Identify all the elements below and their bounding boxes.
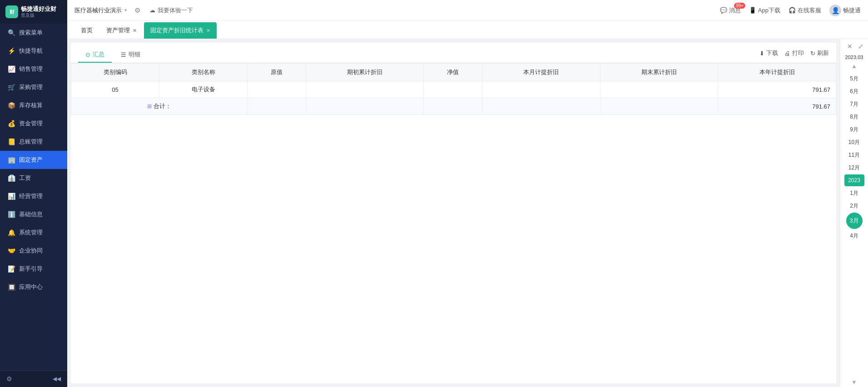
sidebar-item-label: 资金管理 xyxy=(19,119,43,128)
sidebar-item-ledger[interactable]: 📒 总账管理 xyxy=(0,133,67,151)
month-item-2023-4[interactable]: 4月 xyxy=(844,230,864,242)
payroll-icon: 👔 xyxy=(7,174,15,182)
avatar: 👤 xyxy=(829,5,841,16)
online-service-button[interactable]: 🎧 在线客服 xyxy=(789,6,821,15)
company-name: 医疗器械行业演示 xyxy=(74,6,122,15)
scroll-up-button[interactable]: ▲ xyxy=(840,61,868,71)
company-selector[interactable]: 医疗器械行业演示 ▾ xyxy=(74,6,127,15)
month-item-8[interactable]: 8月 xyxy=(844,111,864,123)
col-original-value: 原值 xyxy=(248,64,306,81)
app-download-button[interactable]: 📱 App下载 xyxy=(749,6,780,15)
content-main: ⊙ 汇总 ☰ 明细 ⬇ 下载 🖨 打印 xyxy=(71,43,836,383)
right-panel-month-list: 5月 6月 7月 8月 9月 10月 11月 xyxy=(840,71,868,377)
sidebar-item-label: 应用中心 xyxy=(19,283,43,291)
messages-button[interactable]: 💬 消息 99+ xyxy=(720,6,741,15)
col-net-value: 净值 xyxy=(424,64,482,81)
cloud-icon: ☁ xyxy=(149,7,155,14)
sidebar-item-guide[interactable]: 📝 新手引导 xyxy=(0,260,67,278)
col-name: 类别名称 xyxy=(159,64,248,81)
right-panel: ✕ ⤢ 2023.03 ▲ 5月 6月 7月 8月 9月 xyxy=(840,39,868,387)
month-item-11[interactable]: 11月 xyxy=(844,149,864,161)
month-item-2023-2[interactable]: 2月 xyxy=(844,200,864,212)
download-button[interactable]: ⬇ 下载 xyxy=(759,49,778,57)
sidebar-item-label: 销售管理 xyxy=(19,65,43,73)
message-icon: 💬 xyxy=(720,7,727,14)
sidebar-item-payroll[interactable]: 👔 工资 xyxy=(0,169,67,187)
col-ending-accumulated: 期末累计折旧 xyxy=(600,64,718,81)
sidebar-item-basic-info[interactable]: ℹ️ 基础信息 xyxy=(0,205,67,223)
sidebar-item-sales[interactable]: 📈 销售管理 xyxy=(0,60,67,78)
table-wrapper: 类别编码 类别名称 原值 期初累计折旧 净值 本月计提折旧 期末累计折旧 本年计… xyxy=(71,63,836,383)
depreciation-table: 类别编码 类别名称 原值 期初累计折旧 净值 本月计提折旧 期末累计折旧 本年计… xyxy=(71,63,836,115)
operations-icon: 📊 xyxy=(7,193,15,200)
sidebar: 财 畅捷通好业财 普及版 🔍 搜索菜单 ⚡ 快捷导航 📈 销售管理 🛒 采购管理… xyxy=(0,0,67,387)
app-center-icon: 🔲 xyxy=(7,283,15,291)
sidebar-item-label: 系统管理 xyxy=(19,228,43,237)
scroll-down-button[interactable]: ▼ xyxy=(840,377,868,387)
summary-label-text: 合计： xyxy=(154,102,171,110)
search-icon: 🔍 xyxy=(7,29,15,36)
sum-icon: ⊞ xyxy=(147,103,152,109)
month-item-5[interactable]: 5月 xyxy=(844,73,864,84)
sidebar-item-label: 快捷导航 xyxy=(19,47,43,55)
summary-net-value xyxy=(424,98,482,115)
sub-tab-summary[interactable]: ⊙ 汇总 xyxy=(78,47,112,63)
enterprise-icon: 🤝 xyxy=(7,247,15,254)
tab-depreciation-table[interactable]: 固定资产折旧统计表 ✕ xyxy=(144,22,217,39)
tab-close-active-icon[interactable]: ✕ xyxy=(206,28,210,34)
month-item-2023-1[interactable]: 1月 xyxy=(844,187,864,199)
settings-button[interactable]: ⚙ xyxy=(134,6,140,15)
month-item-9[interactable]: 9月 xyxy=(844,124,864,135)
month-item-10[interactable]: 10月 xyxy=(844,136,864,148)
col-annual-depreciation: 本年计提折旧 xyxy=(718,64,836,81)
right-panel-header: ✕ ⤢ xyxy=(840,39,868,53)
table-header-row: 类别编码 类别名称 原值 期初累计折旧 净值 本月计提折旧 期末累计折旧 本年计… xyxy=(71,64,836,81)
tab-asset-mgmt[interactable]: 资产管理 ✕ xyxy=(100,22,143,39)
sidebar-item-quick-nav[interactable]: ⚡ 快捷导航 xyxy=(0,42,67,60)
collapse-sidebar-icon[interactable]: ◀◀ xyxy=(53,376,61,382)
row-name: 电子设备 xyxy=(159,81,248,98)
messages-badge: 99+ xyxy=(734,3,745,9)
settings-icon[interactable]: ⚙ xyxy=(6,375,12,382)
chevron-down-icon: ▾ xyxy=(124,7,127,13)
system-icon: 🔔 xyxy=(7,229,15,236)
tab-home[interactable]: 首页 xyxy=(74,22,99,39)
sub-tabs: ⊙ 汇总 ☰ 明细 ⬇ 下载 🖨 打印 xyxy=(71,43,836,63)
right-panel-close-button[interactable]: ✕ xyxy=(845,42,854,51)
sidebar-item-label: 固定资产 xyxy=(19,156,43,164)
month-item-7[interactable]: 7月 xyxy=(844,98,864,110)
print-button[interactable]: 🖨 打印 xyxy=(784,49,804,57)
sidebar-item-fixed-assets[interactable]: 🏢 固定资产 xyxy=(0,151,67,169)
row-annual-depreciation: 791.67 xyxy=(718,81,836,98)
inventory-icon: 📦 xyxy=(7,102,15,109)
sidebar-item-label: 经营管理 xyxy=(19,192,43,200)
app-logo-icon: 财 xyxy=(5,5,18,18)
year-2023-label[interactable]: 2023 xyxy=(844,174,864,186)
sidebar-item-app-center[interactable]: 🔲 应用中心 xyxy=(0,278,67,296)
month-item-2023-3[interactable]: 3月 xyxy=(846,213,863,229)
sidebar-item-purchase[interactable]: 🛒 采购管理 xyxy=(0,78,67,96)
refresh-button[interactable]: ↻ 刷新 xyxy=(810,49,829,57)
sub-tab-detail[interactable]: ☰ 明细 xyxy=(114,47,148,63)
refresh-icon: ↻ xyxy=(810,50,815,57)
sidebar-item-finance[interactable]: 💰 资金管理 xyxy=(0,114,67,133)
row-code: 05 xyxy=(71,81,159,98)
sidebar-item-inventory[interactable]: 📦 库存核算 xyxy=(0,96,67,114)
header-right: 💬 消息 99+ 📱 App下载 🎧 在线客服 👤 畅捷通 xyxy=(720,5,861,16)
purchase-icon: 🛒 xyxy=(7,84,15,91)
sidebar-item-system[interactable]: 🔔 系统管理 xyxy=(0,223,67,242)
table-row: 05 电子设备 791.67 xyxy=(71,81,836,98)
sidebar-item-label: 库存核算 xyxy=(19,101,43,109)
main-area: 医疗器械行业演示 ▾ ⚙ ☁ 我要体验一下 💬 消息 99+ 📱 App下载 🎧… xyxy=(67,0,868,387)
sidebar-item-operations[interactable]: 📊 经营管理 xyxy=(0,187,67,205)
sidebar-item-search[interactable]: 🔍 搜索菜单 xyxy=(0,24,67,42)
user-menu[interactable]: 👤 畅捷通 xyxy=(829,5,861,16)
summary-original-value xyxy=(248,98,306,115)
month-item-6[interactable]: 6月 xyxy=(844,85,864,97)
month-item-12[interactable]: 12月 xyxy=(844,162,864,174)
row-net-value xyxy=(424,81,482,98)
experience-button[interactable]: ☁ 我要体验一下 xyxy=(149,6,193,15)
right-panel-expand-button[interactable]: ⤢ xyxy=(856,42,865,51)
sidebar-item-enterprise[interactable]: 🤝 企业协同 xyxy=(0,242,67,260)
tab-close-icon[interactable]: ✕ xyxy=(133,28,137,34)
